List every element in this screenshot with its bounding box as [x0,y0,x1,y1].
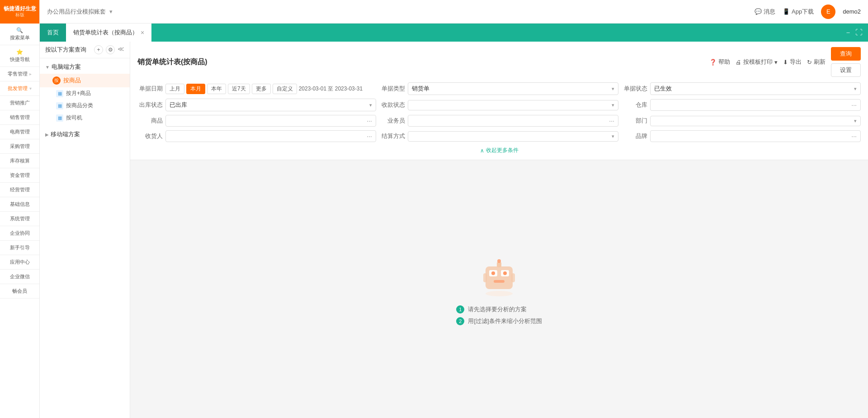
custom-date-button[interactable]: 自定义 [273,84,297,94]
export-label: 导出 [790,58,802,66]
filter-row-4: 收货人 ··· 结算方式 ▾ 品牌 [137,130,861,142]
out-status-filter-cell: 出库状态 已出库 ▾ [137,99,376,111]
scheme-item-by-goods[interactable]: 按 按商品 [40,74,130,87]
svg-point-4 [491,271,495,275]
sidebar-item-system[interactable]: 系统管理 [0,212,39,226]
add-scheme-button[interactable]: + [94,45,103,54]
payment-select[interactable]: ▾ [408,131,618,142]
sidebar-label-inventory: 库存核算 [10,157,30,164]
sidebar-label-apps: 应用中心 [10,259,30,266]
recipient-dots-icon: ··· [367,133,372,140]
sidebar-label-newbie: 新手引导 [10,244,30,251]
star-icon: ⭐ [16,49,23,55]
doc-status-select[interactable]: 已生效 ▾ [650,82,861,95]
minimize-icon[interactable]: － [844,28,852,38]
sidebar-label-collab: 企业协同 [10,230,30,237]
brand-filter-cell: 品牌 ··· [622,130,861,142]
more-date-button[interactable]: 更多 [252,84,271,94]
sidebar-label-business: 经营管理 [10,186,30,193]
maximize-icon[interactable]: ⛶ [855,28,863,37]
sidebar-item-retail[interactable]: 零售管理 ▸ [0,67,39,81]
tab-spacer [151,24,839,42]
username-label[interactable]: demo2 [843,8,861,15]
doc-status-label: 单据状态 [622,85,647,93]
brand-input[interactable]: ··· [650,130,861,142]
message-button[interactable]: 💬 消息 [755,8,775,16]
doc-type-select[interactable]: 销货单 ▾ [408,82,618,95]
sidebar-item-apps[interactable]: 应用中心 [0,255,39,270]
refresh-button[interactable]: ↻ 刷新 [807,58,826,66]
help-button[interactable]: ❓ 帮助 [709,58,730,66]
receipt-status-filter-cell: 收款状态 ▾ [380,100,618,110]
svg-rect-9 [483,273,487,282]
department-caret-icon: ▾ [854,118,857,124]
avatar[interactable]: E [821,5,835,19]
salesman-input[interactable]: ··· [408,115,618,127]
sidebar-item-finance[interactable]: 资金管理 [0,168,39,183]
out-status-value: 已出库 [170,101,187,109]
scheme-icon: 按 [52,76,61,85]
collapse-panel-button[interactable]: ≪ [118,45,124,54]
out-status-select[interactable]: 已出库 ▾ [165,99,376,111]
doc-type-caret-icon: ▾ [612,86,614,92]
settings-button[interactable]: 设置 [831,63,861,77]
scheme-sub-driver[interactable]: ▦ 按司机 [40,112,130,124]
sidebar-item-quicknav[interactable]: ⭐ 快捷导航 [0,45,39,67]
app-logo[interactable]: 畅捷通好生意 标版 [0,0,39,24]
sidebar-item-collab[interactable]: 企业协同 [0,226,39,241]
sidebar-item-member[interactable]: 畅会员 [0,284,39,299]
this-month-button[interactable]: 本月 [186,84,205,94]
sidebar-item-business[interactable]: 经营管理 [0,183,39,197]
sidebar: 畅捷通好生意 标版 🔍 搜索菜单 ⭐ 快捷导航 零售管理 ▸ 批发管理 ▾ 营销… [0,0,40,418]
window-buttons: － ⛶ [839,24,868,42]
pc-group-header[interactable]: ▼ 电脑端方案 [40,60,130,74]
active-tab-label: 销货单统计表（按商品） [73,28,138,37]
mobile-group-label: 移动端方案 [51,130,80,138]
main-area: 办公用品行业模拟账套 ▾ 💬 消息 📱 App下载 E demo2 首页 销货单… [40,0,868,418]
tab-close-icon[interactable]: × [141,29,144,36]
sidebar-item-ecommerce[interactable]: 电商管理 [0,125,39,139]
sidebar-item-search[interactable]: 🔍 搜索菜单 [0,24,39,45]
recipient-label: 收货人 [137,132,163,140]
warehouse-input[interactable]: ··· [650,99,861,111]
svg-point-8 [497,259,501,263]
collapse-button[interactable]: ∧ 收起更多条件 [480,147,519,154]
sidebar-item-inventory[interactable]: 库存核算 [0,154,39,168]
breadcrumb-dropdown-icon[interactable]: ▾ [109,8,113,15]
department-select[interactable]: ▾ [650,116,861,126]
sidebar-label-wholesale: 批发管理 [8,85,28,92]
app-download-button[interactable]: 📱 App下载 [783,8,814,16]
tab-home[interactable]: 首页 [40,24,66,42]
sidebar-item-basic[interactable]: 基础信息 [0,197,39,212]
sidebar-item-purchase[interactable]: 采购管理 [0,139,39,154]
filter-row-3: 商品 ··· 业务员 ··· 部门 [137,115,861,127]
download-icon: 📱 [783,8,790,15]
receipt-status-select[interactable]: ▾ [408,100,618,110]
message-icon: 💬 [755,8,762,15]
sidebar-item-newbie[interactable]: 新手引导 [0,241,39,255]
goods-input[interactable]: ··· [165,115,376,127]
print-dropdown-icon[interactable]: ▾ [774,59,778,66]
this-year-button[interactable]: 本年 [207,84,226,94]
sidebar-label-wechat: 企业微信 [10,273,30,280]
prev-month-button[interactable]: 上月 [165,84,184,94]
doc-type-label: 单据类型 [380,85,405,93]
print-button[interactable]: 🖨 按模板打印 ▾ [736,58,778,66]
mobile-group-header[interactable]: ▶ 移动端方案 [40,128,130,141]
sidebar-item-sales[interactable]: 销售管理 [0,110,39,125]
tab-active[interactable]: 销货单统计表（按商品） × [66,24,151,42]
sidebar-item-marketing[interactable]: 营销推广 [0,96,39,110]
sidebar-item-wechat[interactable]: 企业微信 [0,270,39,284]
breadcrumb: 办公用品行业模拟账套 [47,8,106,16]
brand-dots-icon: ··· [851,133,857,140]
query-button[interactable]: 查询 [831,47,861,61]
sidebar-item-wholesale[interactable]: 批发管理 ▾ [0,81,39,96]
topbar: 办公用品行业模拟账套 ▾ 💬 消息 📱 App下载 E demo2 [40,0,868,24]
last7-button[interactable]: 近7天 [228,84,250,94]
scheme-sub-month-goods[interactable]: ▦ 按月+商品 [40,87,130,100]
scheme-sub-category[interactable]: ▦ 按商品分类 [40,100,130,112]
svg-point-0 [486,291,513,296]
export-button[interactable]: ⬇ 导出 [783,58,802,66]
edit-scheme-button[interactable]: ⚙ [106,45,115,54]
recipient-input[interactable]: ··· [165,130,376,142]
